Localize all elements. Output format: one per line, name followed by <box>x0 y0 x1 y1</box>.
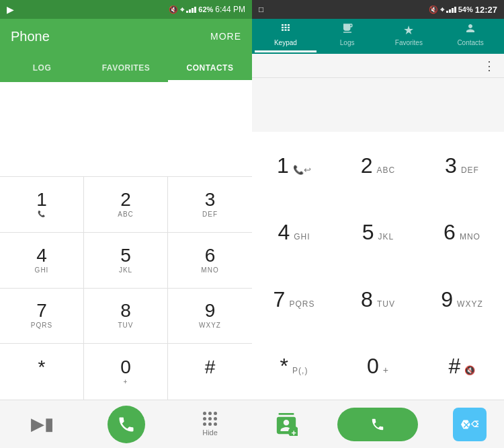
key-8[interactable]: 8 TUV <box>84 289 168 344</box>
right-key-2[interactable]: 2 ABC <box>336 132 420 199</box>
more-button[interactable]: MORE <box>210 31 241 42</box>
svg-rect-7 <box>284 30 286 31</box>
right-bottom-bar: + ⌫ <box>252 400 504 448</box>
left-tab-bar: LOG FAVORITES CONTACTS <box>0 54 252 82</box>
svg-rect-8 <box>288 30 290 31</box>
svg-text:+: + <box>291 428 296 436</box>
mute-icon: 🔇 <box>169 5 178 14</box>
right-signal-icon <box>446 7 456 13</box>
time-display: 6:44 PM <box>215 5 245 14</box>
right-status-left: □ <box>259 5 263 14</box>
right-phone-panel: □ 🔇 ⌖ 54% 12:27 Keypad <box>252 0 504 448</box>
right-key-6[interactable]: 6 MNO <box>420 199 504 266</box>
android-icon: ▶ <box>7 4 14 15</box>
contacts-person-icon <box>464 22 476 38</box>
right-wifi-icon: ⌖ <box>440 5 444 14</box>
delete-button[interactable]: ⌫ <box>453 408 487 441</box>
left-header: Phone MORE <box>0 19 252 54</box>
key-0[interactable]: 0 + <box>84 344 168 400</box>
right-key-9[interactable]: 9 WXYZ <box>420 266 504 333</box>
key-7[interactable]: 7 PQRS <box>0 289 84 344</box>
right-key-4[interactable]: 4 GHI <box>252 199 336 266</box>
add-to-contacts-button[interactable]: + <box>269 408 303 441</box>
right-status-right: 🔇 ⌖ 54% 12:27 <box>429 5 497 15</box>
svg-rect-2 <box>288 24 290 26</box>
right-display <box>252 78 504 132</box>
tab-contacts[interactable]: CONTACTS <box>168 54 252 82</box>
left-status-bar: ▶ 🔇 ⌖ 62% 6:44 PM <box>0 0 252 19</box>
right-key-0[interactable]: 0 + <box>336 333 420 400</box>
tab-contacts[interactable]: Contacts <box>439 19 501 52</box>
svg-rect-3 <box>282 27 284 28</box>
call-button[interactable] <box>108 406 145 443</box>
left-bottom-bar: ▶▮ Hide <box>0 400 252 448</box>
right-key-7[interactable]: 7 PQRS <box>252 266 336 333</box>
left-keypad: 1 📞 2 ABC 3 DEF 4 GHI 5 JKL 6 MNO 7 PQRS… <box>0 176 252 400</box>
key-3[interactable]: 3 DEF <box>168 177 252 233</box>
right-tab-bar: Keypad Logs ★ Favorites Contacts <box>252 19 504 54</box>
video-icon: ▶▮ <box>31 414 54 435</box>
left-phone-panel: ▶ 🔇 ⌖ 62% 6:44 PM Phone MORE LOG <box>0 0 252 448</box>
right-time: 12:27 <box>475 5 497 15</box>
screenshot-icon: □ <box>259 5 263 14</box>
right-key-star[interactable]: * P(,) <box>252 333 336 400</box>
right-key-5[interactable]: 5 JKL <box>336 199 420 266</box>
key-6[interactable]: 6 MNO <box>168 233 252 289</box>
right-key-8[interactable]: 8 TUV <box>336 266 420 333</box>
svg-rect-1 <box>284 24 286 26</box>
right-key-1[interactable]: 1 📞↩ <box>252 132 336 199</box>
options-button[interactable]: ⋮ <box>483 59 496 73</box>
keypad-icon <box>280 22 292 38</box>
tab-favorites[interactable]: FAVORITES <box>84 54 168 82</box>
svg-rect-5 <box>288 27 290 28</box>
right-battery: 54% <box>458 5 473 13</box>
right-sub-header: ⋮ <box>252 54 504 78</box>
svg-text:⌫: ⌫ <box>470 420 478 428</box>
left-status-left: ▶ <box>7 4 14 15</box>
key-1[interactable]: 1 📞 <box>0 177 84 233</box>
logs-icon <box>341 22 353 38</box>
right-status-bar: □ 🔇 ⌖ 54% 12:27 <box>252 0 504 19</box>
dialpad-icon <box>203 412 217 426</box>
right-call-button[interactable] <box>337 408 418 441</box>
right-key-hash[interactable]: # 🔇 <box>420 333 504 400</box>
star-icon: ★ <box>403 23 414 38</box>
tab-logs[interactable]: Logs <box>317 19 378 52</box>
key-star[interactable]: * <box>0 344 84 400</box>
svg-rect-0 <box>282 24 284 26</box>
svg-rect-4 <box>284 27 286 28</box>
tab-log[interactable]: LOG <box>0 54 84 82</box>
wifi-icon: ⌖ <box>180 5 184 14</box>
hide-label: Hide <box>202 428 218 437</box>
left-status-right: 🔇 ⌖ 62% 6:44 PM <box>169 5 245 14</box>
hide-dialpad-button[interactable]: Hide <box>192 406 229 443</box>
key-4[interactable]: 4 GHI <box>0 233 84 289</box>
left-display <box>0 82 252 176</box>
right-key-3[interactable]: 3 DEF <box>420 132 504 199</box>
key-9[interactable]: 9 WXYZ <box>168 289 252 344</box>
app-title: Phone <box>11 29 50 44</box>
key-hash[interactable]: # <box>168 344 252 400</box>
right-keypad: 1 📞↩ 2 ABC 3 DEF 4 GHI 5 JKL <box>252 132 504 400</box>
sound-icon: 🔇 <box>464 365 475 375</box>
tab-favorites[interactable]: ★ Favorites <box>378 19 440 52</box>
signal-icon <box>186 7 196 13</box>
svg-rect-6 <box>282 30 284 31</box>
video-call-button[interactable]: ▶▮ <box>24 406 61 443</box>
voicemail-icon: 📞↩ <box>293 165 311 175</box>
key-2[interactable]: 2 ABC <box>84 177 168 233</box>
tab-keypad[interactable]: Keypad <box>255 19 317 52</box>
battery-text: 62% <box>198 5 213 13</box>
key-5[interactable]: 5 JKL <box>84 233 168 289</box>
no-sound-icon: 🔇 <box>429 5 438 14</box>
